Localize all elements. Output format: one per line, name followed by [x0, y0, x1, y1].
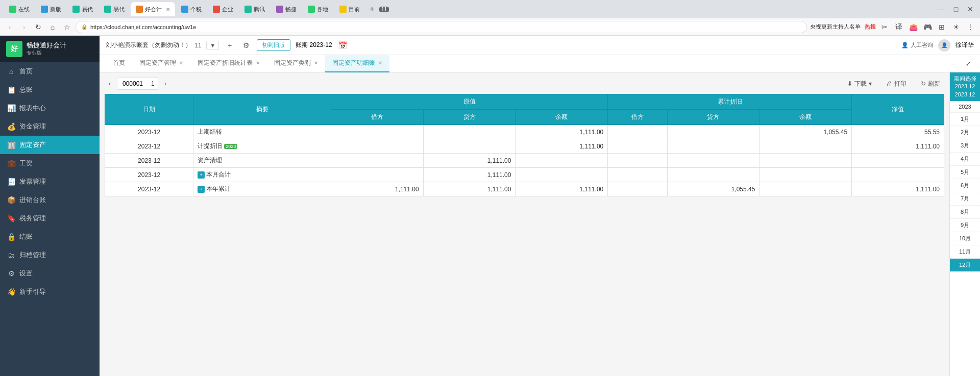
add-account-button[interactable]: +: [224, 40, 235, 51]
sidebar-item-cash[interactable]: 💰 资金管理: [0, 117, 100, 136]
browser-tab-2[interactable]: 新版: [36, 2, 66, 16]
tab-home[interactable]: 首页: [106, 55, 132, 72]
refresh-label: 刷新: [928, 80, 940, 88]
period-month-item[interactable]: 8月: [950, 206, 980, 219]
period-month-item[interactable]: 7月: [950, 192, 980, 206]
app-layout: 好 畅捷通好会计 专业版 ⌂ 首页 📋 总账 📊 报表中心 💰 资金管理: [0, 36, 980, 376]
sidebar-item-settings[interactable]: ⚙ 设置: [0, 264, 100, 283]
add-tab-button[interactable]: +: [366, 3, 378, 15]
service-button[interactable]: 👤 人工咨询: [901, 41, 933, 49]
calendar-icon[interactable]: 📅: [337, 40, 349, 51]
period-month-item[interactable]: 9月: [950, 219, 980, 232]
tab-fixed-detail[interactable]: 固定资产明细账 ✕: [325, 55, 389, 72]
row-icon: +: [198, 171, 205, 179]
tab-count-badge: 11: [379, 7, 389, 12]
col-net-value: 净值: [852, 94, 944, 125]
period-month-item[interactable]: 2023: [950, 101, 980, 113]
back-button[interactable]: ‹: [4, 21, 15, 33]
address-bar[interactable]: 🔒 https://cloud.chanjet.com/accounting/u…: [76, 21, 807, 33]
sidebar-item-label: 税务管理: [19, 214, 46, 223]
wallet-button[interactable]: 👛: [908, 21, 919, 33]
period-month-item[interactable]: 6月: [950, 179, 980, 192]
sidebar-item-label: 资金管理: [19, 122, 46, 131]
sidebar-item-fixed-assets[interactable]: 🏢 固定资产: [0, 136, 100, 154]
account-dropdown[interactable]: ▼: [206, 41, 219, 50]
close-icon[interactable]: ✕: [166, 7, 170, 12]
period-month-item[interactable]: 3月: [950, 139, 980, 153]
sidebar-item-label: 固定资产: [19, 140, 46, 149]
download-button[interactable]: ⬇ 下载 ▾: [843, 78, 876, 90]
games-button[interactable]: 🎮: [922, 21, 933, 33]
period-month-item[interactable]: 1月: [950, 113, 980, 126]
browser-tab-3[interactable]: 易代: [67, 2, 98, 16]
refresh-button[interactable]: ↻ 刷新: [917, 78, 944, 90]
browser-tab-4[interactable]: 易代: [99, 2, 130, 16]
minimize-button[interactable]: —: [936, 4, 947, 15]
sidebar-item-closing[interactable]: 🔒 结账: [0, 228, 100, 246]
forward-button[interactable]: ›: [18, 21, 30, 33]
table-cell: 1,111.00: [852, 139, 944, 154]
period-month-item[interactable]: 4月: [950, 153, 980, 166]
sidebar-item-home[interactable]: ⌂ 首页: [0, 62, 100, 81]
tab-favicon-2: [41, 6, 48, 13]
period-month-item[interactable]: 2月: [950, 126, 980, 139]
period-month-item[interactable]: 11月: [950, 245, 980, 259]
browser-tab-9[interactable]: 畅捷: [271, 2, 302, 16]
sidebar-item-inventory[interactable]: 📦 进销台账: [0, 191, 100, 209]
sidebar-item-tax[interactable]: 🔖 税务管理: [0, 209, 100, 228]
sidebar-item-archive[interactable]: 🗂 归档管理: [0, 246, 100, 264]
close-icon[interactable]: ✕: [314, 60, 318, 66]
next-page-button[interactable]: ›: [160, 79, 170, 89]
cash-icon: 💰: [7, 122, 15, 131]
browser-tab-10[interactable]: 各地: [303, 2, 333, 16]
sidebar-item-salary[interactable]: 💼 工资: [0, 154, 100, 172]
browser-tab-7[interactable]: 企业: [208, 2, 238, 16]
sidebar-item-report[interactable]: 📊 报表中心: [0, 99, 100, 117]
table-cell: 1,111.00: [423, 168, 516, 182]
tab-label-4: 易代: [113, 6, 125, 13]
grid-button[interactable]: ⊞: [936, 21, 947, 33]
close-icon[interactable]: ✕: [256, 60, 260, 66]
close-icon[interactable]: ✕: [179, 60, 183, 66]
hot-search-link[interactable]: 热搜: [865, 23, 876, 31]
browser-tab-6[interactable]: 个税: [176, 2, 207, 16]
close-window-button[interactable]: ✕: [965, 4, 976, 15]
table-row: 2023-12资产清理1,111.00: [105, 154, 944, 168]
brightness-button[interactable]: ☀: [950, 21, 962, 33]
settings-browser-button[interactable]: ⋮: [965, 21, 976, 33]
period-month-item[interactable]: 10月: [950, 232, 980, 245]
tab-fixed-cat-label: 固定资产类别: [274, 59, 311, 67]
refresh-browser-button[interactable]: ↻: [33, 21, 44, 33]
sidebar-item-invoice[interactable]: 🧾 发票管理: [0, 172, 100, 191]
download-dropdown-icon: ▾: [869, 80, 872, 87]
tab-fixed-category[interactable]: 固定资产类别 ✕: [267, 55, 325, 72]
home-browser-button[interactable]: ⌂: [47, 21, 58, 33]
sidebar-item-ledger[interactable]: 📋 总账: [0, 81, 100, 99]
sidebar-item-guide[interactable]: 👋 新手引导: [0, 283, 100, 301]
browser-tab-1[interactable]: 在线: [4, 2, 35, 16]
tab-fixed-depreciation[interactable]: 固定资产折旧统计表 ✕: [190, 55, 267, 72]
expand-tab-button[interactable]: ⤢: [963, 58, 974, 69]
prev-page-button[interactable]: ‹: [105, 79, 115, 89]
translate-button[interactable]: 译: [893, 21, 904, 33]
extensions-button[interactable]: ✂: [879, 21, 890, 33]
switch-version-button[interactable]: 切到旧版: [257, 39, 290, 51]
browser-tab-11[interactable]: 目前: [334, 2, 365, 16]
browser-tab-5[interactable]: 好会计 ✕: [131, 2, 175, 16]
logo-subtitle: 专业版: [27, 49, 66, 57]
tab-fixed-mgmt[interactable]: 固定资产管理 ✕: [132, 55, 190, 72]
settings-account-button[interactable]: ⚙: [240, 40, 252, 51]
browser-tab-8[interactable]: 腾讯: [239, 2, 270, 16]
sidebar-item-label: 结账: [19, 232, 33, 241]
period-month-item[interactable]: 12月: [950, 259, 980, 272]
print-button[interactable]: 🖨 打印: [882, 78, 911, 90]
maximize-button[interactable]: □: [950, 4, 962, 15]
tab-label-1: 在线: [18, 6, 30, 13]
home-icon: ⌂: [7, 67, 15, 76]
page-number-input[interactable]: [117, 78, 148, 89]
close-icon[interactable]: ✕: [378, 60, 382, 66]
bookmark-button[interactable]: ☆: [61, 21, 72, 33]
user-avatar[interactable]: 👤: [938, 39, 950, 52]
collapse-tab-button[interactable]: —: [948, 58, 960, 69]
period-month-item[interactable]: 5月: [950, 166, 980, 179]
